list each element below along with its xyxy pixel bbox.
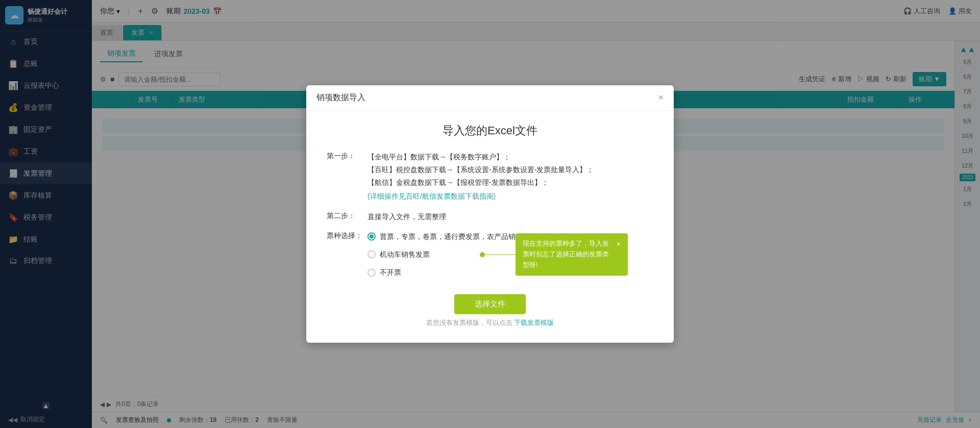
modal-main-title: 导入您的Excel文件 — [327, 123, 653, 138]
step1-label: 第一步： — [327, 151, 368, 203]
modal-overlay: 销项数据导入 × 导入您的Excel文件 第一步： 【全电平台】数据下载→【税务… — [0, 0, 980, 428]
ticket-flex: 票种选择： 普票，专票，卷票，通行费发票，农产品销售发票 机动车销售 — [327, 230, 653, 284]
ticket-vehicle-label: 机动车销售发票 — [380, 248, 430, 261]
step2-row: 第二步： 直接导入文件，无需整理 — [327, 210, 653, 223]
ticket-selection-row: 票种选择： 普票，专票，卷票，通行费发票，农产品销售发票 机动车销售 — [327, 230, 653, 284]
tooltip-close-btn[interactable]: × — [617, 239, 621, 250]
radio-vehicle[interactable] — [368, 250, 376, 258]
step1-guide-link[interactable]: (详细操作见百旺/航信发票数据下载指南) — [368, 192, 496, 200]
step1-row: 第一步： 【全电平台】数据下载→【税务数字账户】； 【百旺】税控盘数据下载→【系… — [327, 151, 653, 203]
step2-flex: 第二步： 直接导入文件，无需整理 — [327, 210, 653, 223]
step1-link[interactable]: (详细操作见百旺/航信发票数据下载指南) — [368, 190, 653, 203]
radio-normal[interactable] — [368, 232, 376, 241]
ticket-noticket-label: 不开票 — [380, 266, 401, 279]
step1-line-3: 【航信】金税盘数据下载→【报税管理-发票数据导出】； — [368, 176, 653, 189]
step1-flex: 第一步： 【全电平台】数据下载→【税务数字账户】； 【百旺】税控盘数据下载→【系… — [327, 151, 653, 203]
select-file-btn[interactable]: 选择文件 — [454, 294, 526, 314]
step1-line-2: 【百旺】税控盘数据下载→【系统设置-系统参数设置-发票批量导入】； — [368, 163, 653, 176]
ticket-label: 票种选择： — [327, 230, 368, 284]
radio-normal-inner — [370, 234, 374, 239]
step2-desc: 直接导入文件，无需整理 — [368, 210, 653, 223]
tooltip-box: × 现在支持的票种多了，导入发票时别忘了选择正确的发票类型呀! — [516, 233, 628, 275]
modal-title: 销项数据导入 — [316, 92, 365, 103]
select-file-area: 选择文件 若您没有发票模版，可以点击 下载发票模版 — [327, 294, 653, 327]
step1-desc: 【全电平台】数据下载→【税务数字账户】； 【百旺】税控盘数据下载→【系统设置-系… — [368, 151, 653, 203]
modal-body: 导入您的Excel文件 第一步： 【全电平台】数据下载→【税务数字账户】； 【百… — [306, 111, 674, 343]
tooltip-line — [485, 254, 516, 255]
radio-noticket[interactable] — [368, 269, 376, 277]
modal-close-btn[interactable]: × — [658, 92, 664, 103]
step1-line-1: 【全电平台】数据下载→【税务数字账户】； — [368, 151, 653, 163]
tooltip-area: × 现在支持的票种多了，导入发票时别忘了选择正确的发票类型呀! — [480, 233, 628, 275]
ticket-options: 普票，专票，卷票，通行费发票，农产品销售发票 机动车销售发票 × — [368, 230, 653, 284]
import-modal: 销项数据导入 × 导入您的Excel文件 第一步： 【全电平台】数据下载→【税务… — [306, 85, 674, 343]
tooltip-dot — [480, 252, 485, 257]
download-template-row: 若您没有发票模版，可以点击 下载发票模版 — [327, 318, 653, 327]
template-text: 若您没有发票模版，可以点击 — [426, 319, 512, 326]
ticket-option-vehicle[interactable]: 机动车销售发票 × 现在支持的票种多了，导入发票时别忘了选择正确的发票类型呀! — [368, 248, 653, 261]
download-template-link[interactable]: 下载发票模版 — [514, 319, 554, 326]
step2-label: 第二步： — [327, 210, 368, 223]
modal-header: 销项数据导入 × — [306, 85, 674, 111]
tooltip-content: 现在支持的票种多了，导入发票时别忘了选择正确的发票类型呀! — [523, 240, 609, 269]
